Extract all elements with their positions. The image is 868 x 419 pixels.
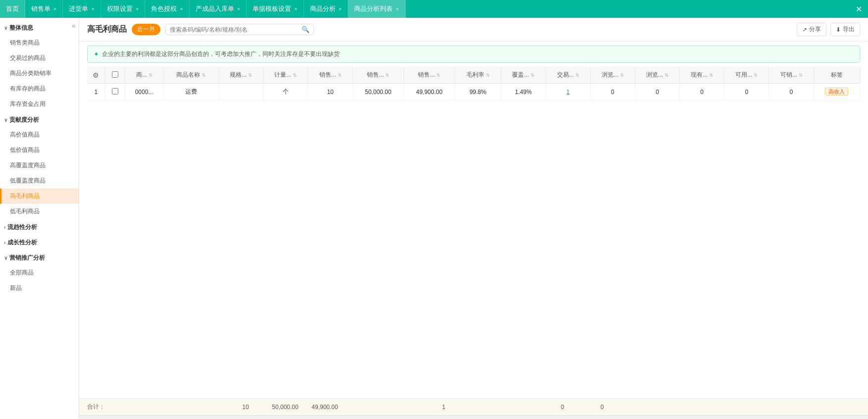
info-banner-text: 企业的主要的利润都是这部分商品创造的，可考虑加大推广，同时关注库存是不要出现缺货 [102,50,340,58]
nav-tab-权限设置[interactable]: 权限设置× [101,0,145,18]
sidebar-group-header-贡献度分析[interactable]: ∨贡献度分析 [0,112,79,127]
sidebar-group-header-成长性分析[interactable]: ›成长性分析 [0,234,79,250]
row-browse2: 0 [635,84,679,100]
col-label: 商... ⇅ [136,71,153,79]
filter-recent-month-button[interactable]: 近一月 [132,24,160,35]
col-label: 浏览... ⇅ [602,71,624,79]
horizontal-scrollbar[interactable] [79,415,868,419]
table-header-col-11[interactable]: 交易... ⇅ [546,67,590,84]
col-label: 浏览... ⇅ [646,71,668,79]
export-icon: ⬇ [836,26,841,33]
select-all-checkbox[interactable] [112,71,118,78]
nav-tab-close-icon[interactable]: × [91,6,94,12]
close-all-button[interactable]: ✕ [850,4,868,14]
sidebar-group-成长性分析: ›成长性分析 [0,234,79,250]
row-gross-rate: 99.8% [455,84,501,100]
nav-tab-close-icon[interactable]: × [339,6,342,12]
nav-tab-label: 进货单 [69,4,88,13]
nav-tab-首页[interactable]: 首页 [0,0,25,18]
sidebar-arrow-icon: › [4,240,5,245]
sort-icon: ⇅ [530,72,534,78]
footer-stock-current: 0 [543,404,582,411]
nav-tab-角色授权[interactable]: 角色授权× [145,0,189,18]
table-header-col-10[interactable]: 覆盖... ⇅ [501,67,546,84]
nav-tab-销售单[interactable]: 销售单× [25,0,63,18]
sidebar-item-低毛利商品[interactable]: 低毛利商品 [0,204,79,219]
table-header-col-15[interactable]: 可用... ⇅ [724,67,769,84]
table-header-col-14[interactable]: 现有... ⇅ [680,67,724,84]
sidebar-item-低价值商品[interactable]: 低价值商品 [0,142,79,158]
sidebar-item-全部商品[interactable]: 全部商品 [0,265,79,280]
row-select-checkbox[interactable] [112,88,118,94]
col-label: 销售... ⇅ [319,71,342,79]
sidebar-item-库存资金占用[interactable]: 库存资金占用 [0,96,79,112]
table-header-col-7[interactable]: 销售... ⇅ [353,67,404,84]
share-button[interactable]: ↗ 分享 [797,23,826,36]
sidebar-group-header-营销推广分析[interactable]: ∨营销推广分析 [0,250,79,265]
footer-transactions: 1 [424,404,463,411]
row-browse1: 0 [590,84,635,100]
table-header-col-6[interactable]: 销售... ⇅ [308,67,353,84]
sidebar-group-header-整体信息[interactable]: ∨整体信息 [0,20,79,35]
col-label: 商品名称 ⇅ [176,71,205,79]
sidebar-item-交易过的商品[interactable]: 交易过的商品 [0,50,79,66]
sidebar-item-高毛利商品[interactable]: 高毛利商品 [0,188,79,204]
table-header-col-5[interactable]: 计量... ⇅ [263,67,308,84]
sort-icon: ⇅ [709,72,713,78]
table-header-col-9[interactable]: 毛利率 ⇅ [455,67,501,84]
table-header-col-8[interactable]: 销售... ⇅ [404,67,455,84]
row-checkbox[interactable] [105,84,125,100]
sidebar-arrow-icon: ∨ [4,25,7,31]
search-input[interactable] [170,26,302,33]
transactions-link[interactable]: 1 [566,89,570,95]
table-header-col-4[interactable]: 规格... ⇅ [219,67,263,84]
nav-tab-产成品入库单[interactable]: 产成品入库单× [190,0,247,18]
row-sales-qty: 10 [308,84,353,100]
column-settings-icon[interactable]: ⚙ [93,71,99,79]
sidebar-item-销售类商品[interactable]: 销售类商品 [0,35,79,50]
sidebar-item-高价值商品[interactable]: 高价值商品 [0,127,79,142]
footer-sales-amount: 50,000.00 [265,404,305,411]
nav-tab-close-icon[interactable]: × [294,6,297,12]
table-header-col-16[interactable]: 可销... ⇅ [769,67,814,84]
nav-tab-close-icon[interactable]: × [396,6,399,12]
nav-tab-close-icon[interactable]: × [237,6,240,12]
sidebar-item-有库存的商品[interactable]: 有库存的商品 [0,81,79,96]
row-num: 1 [87,84,105,100]
sidebar-item-低覆盖度商品[interactable]: 低覆盖度商品 [0,173,79,188]
row-stock-available: 0 [724,84,769,100]
nav-tab-label: 产成品入库单 [196,4,234,13]
nav-tab-进货单[interactable]: 进货单× [63,0,101,18]
sidebar-group-header-流趋性分析[interactable]: ›流趋性分析 [0,219,79,234]
nav-tab-close-icon[interactable]: × [136,6,139,12]
nav-tab-close-icon[interactable]: × [53,6,56,12]
table-header-col-3[interactable]: 商品名称 ⇅ [163,67,219,84]
row-transactions[interactable]: 1 [546,84,590,100]
sidebar-group-label: 成长性分析 [7,238,37,247]
top-navigation: 首页销售单×进货单×权限设置×角色授权×产成品入库单×单据模板设置×商品分析×商… [0,0,868,18]
row-name: 运费 [163,84,219,100]
nav-tab-商品分析列表[interactable]: 商品分析列表× [348,0,405,18]
sort-icon: ⇅ [620,72,624,78]
content-header: 高毛利商品 近一月 🔍 ↗ 分享 ⬇ 导出 [79,18,868,42]
nav-tab-商品分析[interactable]: 商品分析× [304,0,348,18]
sidebar-arrow-icon: ∨ [4,255,7,261]
search-icon[interactable]: 🔍 [302,26,309,33]
table-header-col-12[interactable]: 浏览... ⇅ [590,67,635,84]
nav-tab-单据模板设置[interactable]: 单据模板设置× [247,0,304,18]
table-header-col-2[interactable]: 商... ⇅ [125,67,163,84]
footer-label: 合计： [87,403,127,411]
col-label: 现有... ⇅ [691,71,713,79]
sidebar-item-高覆盖度商品[interactable]: 高覆盖度商品 [0,158,79,173]
sidebar-item-新品[interactable]: 新品 [0,280,79,296]
table-header-col-13[interactable]: 浏览... ⇅ [635,67,679,84]
footer-stock-available: 0 [582,404,622,411]
sidebar-collapse-button[interactable]: « [72,22,76,30]
row-spec [219,84,263,100]
table-header-col-0: ⚙ [87,67,105,84]
sidebar-item-商品分类助销率[interactable]: 商品分类助销率 [0,66,79,81]
footer-sales-profit: 49,900.00 [305,404,345,411]
table-header-col-17: 标签 [814,67,860,84]
nav-tab-close-icon[interactable]: × [180,6,183,12]
export-button[interactable]: ⬇ 导出 [830,23,860,36]
